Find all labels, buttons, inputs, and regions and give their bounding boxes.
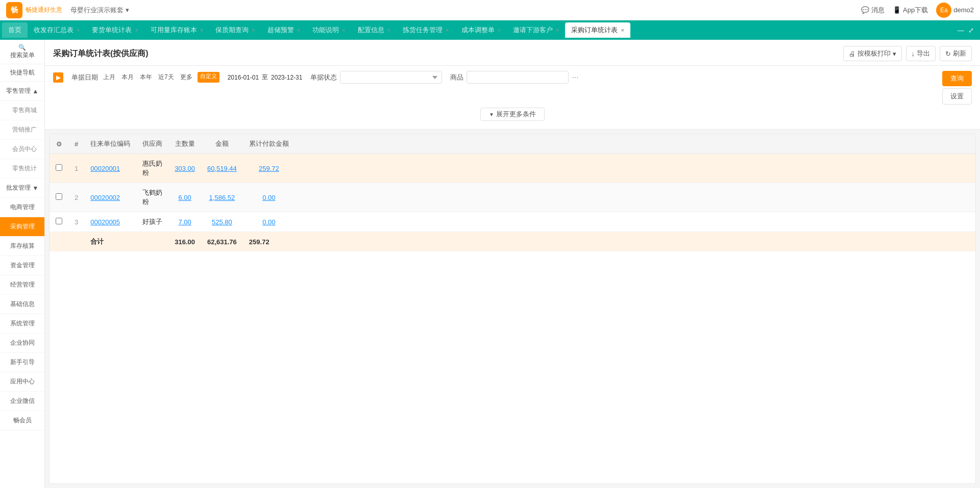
page-header: 采购订单统计表(按供应商) 🖨 按模板打印 ▾ ↓ 导出 ↻ 刷新: [45, 40, 980, 66]
row-paid-amount[interactable]: 259.72: [243, 154, 295, 183]
sidebar-item-newbie[interactable]: 新手引导: [0, 353, 44, 372]
col-settings[interactable]: ⚙: [50, 134, 68, 154]
sidebar-item-retail-mall[interactable]: 零售商城: [0, 101, 44, 120]
close-icon[interactable]: ×: [556, 27, 559, 33]
sidebar-item-operations[interactable]: 经营管理: [0, 275, 44, 295]
logo-text: 畅捷通好生意: [26, 6, 62, 13]
close-icon[interactable]: ×: [200, 27, 203, 33]
table-header-row: ⚙ # 往来单位编码 供应商 主数量 金额 累计付款金额: [50, 134, 975, 154]
row-main-qty[interactable]: 7.00: [168, 212, 201, 232]
logo-area: 畅 畅捷通好生意: [6, 2, 62, 18]
row-checkbox[interactable]: [50, 183, 68, 212]
expand-label: 展开更多条件: [496, 110, 536, 119]
tab-peizhi[interactable]: 配置信息 ×: [352, 22, 397, 38]
tab-keyong[interactable]: 可用量库存账本 ×: [144, 22, 209, 38]
row-checkbox[interactable]: [50, 212, 68, 232]
more-options-icon[interactable]: ···: [572, 73, 578, 82]
sidebar-item-finance[interactable]: 资金管理: [0, 256, 44, 275]
account-dropdown[interactable]: 母婴行业演示账套 ▾: [66, 6, 133, 15]
sidebar-item-vip[interactable]: 畅会员: [0, 411, 44, 430]
print-button[interactable]: 🖨 按模板打印 ▾: [843, 46, 902, 61]
sidebar-item-search[interactable]: 🔍 搜索菜单: [0, 40, 44, 64]
close-icon[interactable]: ×: [387, 27, 390, 33]
filter-goods: 商品 ···: [450, 71, 578, 84]
row-unit-code[interactable]: 00020005: [84, 212, 136, 232]
tab-yaohuo[interactable]: 要货单统计表 ×: [86, 22, 144, 38]
tab-chaochuyujing[interactable]: 超储预警 ×: [261, 22, 306, 38]
date-label: 单据日期: [71, 73, 98, 82]
sidebar-item-wholesale[interactable]: 批发管理 ▼: [0, 178, 44, 198]
row-amount[interactable]: 525.80: [201, 212, 243, 232]
shortcut-this-year[interactable]: 本年: [138, 72, 154, 83]
export-button[interactable]: ↓ 导出: [906, 46, 936, 61]
sidebar-item-basics[interactable]: 基础信息: [0, 295, 44, 314]
table-row: 3 00020005 好孩子 7.00 525.80 0.00: [50, 212, 975, 232]
row-unit-code[interactable]: 00020001: [84, 154, 136, 183]
close-icon[interactable]: ×: [446, 27, 449, 33]
settings-button[interactable]: 设置: [942, 88, 972, 105]
sidebar-item-inventory[interactable]: 库存核算: [0, 237, 44, 256]
row-main-qty[interactable]: 303.00: [168, 154, 201, 183]
sidebar-item-retail[interactable]: 零售管理 ▲: [0, 82, 44, 101]
app-download-label: App下载: [903, 6, 928, 15]
row-paid-amount[interactable]: 0.00: [243, 212, 295, 232]
logo-icon: 畅: [6, 2, 22, 18]
row-extra: [295, 154, 975, 183]
row-amount[interactable]: 60,519.44: [201, 154, 243, 183]
shortcut-7days[interactable]: 近7天: [156, 72, 176, 83]
close-icon[interactable]: ×: [297, 27, 300, 33]
sidebar-item-system[interactable]: 系统管理: [0, 314, 44, 333]
app-download-btn[interactable]: 📱 App下载: [893, 6, 928, 15]
sidebar-item-enterprise[interactable]: 企业协同: [0, 333, 44, 353]
sidebar-item-ecom[interactable]: 电商管理: [0, 198, 44, 217]
tab-yaoqing[interactable]: 邀请下游客户 ×: [507, 22, 565, 38]
tab-shoufaHuizong[interactable]: 收发存汇总表 ×: [28, 22, 86, 38]
sidebar-item-member[interactable]: 会员中心: [0, 140, 44, 159]
shortcut-more[interactable]: 更多: [178, 72, 194, 83]
col-unit-code: 往来单位编码: [84, 134, 136, 154]
tab-chengben[interactable]: 成本调整单 ×: [455, 22, 507, 38]
wholesale-arrow-icon: ▼: [33, 185, 39, 192]
close-icon[interactable]: ×: [498, 27, 501, 33]
close-icon[interactable]: ×: [77, 27, 80, 33]
sidebar-item-appcenter[interactable]: 应用中心: [0, 372, 44, 392]
collapse-btn[interactable]: ▶: [53, 72, 63, 83]
tab-pihuo[interactable]: 拣货任务管理 ×: [397, 22, 455, 38]
row-extra: [295, 212, 975, 232]
search-button[interactable]: 查询: [942, 71, 972, 86]
row-checkbox[interactable]: [50, 154, 68, 183]
sidebar-item-quicknav[interactable]: 快捷导航: [0, 64, 44, 82]
sidebar-item-wechat[interactable]: 企业微信: [0, 392, 44, 411]
status-select[interactable]: [340, 71, 442, 84]
shortcut-this-month[interactable]: 本月: [119, 72, 136, 83]
tab-baozhi[interactable]: 保质期查询 ×: [209, 22, 261, 38]
sidebar-item-purchase[interactable]: 采购管理: [0, 217, 44, 237]
row-paid-amount[interactable]: 0.00: [243, 183, 295, 212]
expand-icon[interactable]: ⤢: [968, 27, 974, 34]
refresh-button[interactable]: ↻ 刷新: [940, 46, 972, 61]
date-sep: 至: [262, 73, 268, 82]
expand-button[interactable]: ▼ 展开更多条件: [480, 108, 545, 121]
status-label: 单据状态: [310, 73, 337, 82]
message-btn[interactable]: 💬 消息: [861, 6, 885, 15]
close-icon[interactable]: ×: [342, 27, 345, 33]
close-icon[interactable]: ×: [252, 27, 255, 33]
sidebar-item-retail-stat[interactable]: 零售统计: [0, 159, 44, 178]
sidebar-item-marketing[interactable]: 营销推广: [0, 120, 44, 140]
row-amount[interactable]: 1,586.52: [201, 183, 243, 212]
footer-total-amount: 62,631.76: [201, 232, 243, 252]
close-icon[interactable]: ×: [621, 27, 624, 33]
row-main-qty[interactable]: 6.00: [168, 183, 201, 212]
tab-caigou[interactable]: 采购订单统计表 ×: [565, 22, 630, 38]
minimize-icon[interactable]: —: [958, 27, 964, 34]
close-icon[interactable]: ×: [135, 27, 138, 33]
tab-label: 功能说明: [312, 25, 339, 35]
row-unit-code[interactable]: 00020002: [84, 183, 136, 212]
user-area[interactable]: Ea demo2: [936, 3, 974, 18]
shortcut-last-month[interactable]: 上月: [101, 72, 117, 83]
sidebar-quicknav-label: 快捷导航: [3, 68, 41, 77]
goods-input[interactable]: [467, 71, 569, 84]
row-index: 1: [68, 154, 84, 183]
tab-home[interactable]: 首页: [2, 22, 28, 38]
tab-gongneng[interactable]: 功能说明 ×: [306, 22, 351, 38]
